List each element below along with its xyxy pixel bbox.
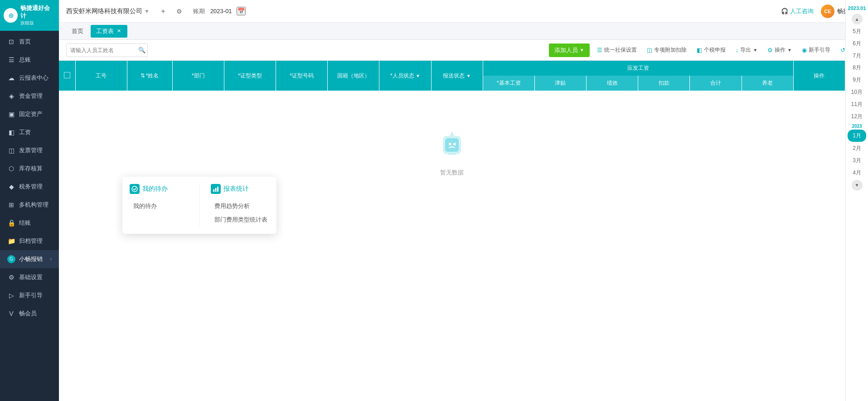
dropdown-item-cost-trend[interactable]: 费用趋势分析 [211, 199, 270, 213]
sidebar-item-tax[interactable]: ◆ 税务管理 [0, 178, 59, 196]
sidebar-item-archive[interactable]: 📁 归档管理 [0, 232, 59, 250]
special-deduction-label: 专项附加扣除 [654, 46, 687, 54]
archive-icon: 📁 [7, 237, 15, 245]
search-icon: 🔍 [138, 47, 145, 53]
th-name-label: *姓名 [146, 72, 159, 80]
th-total: 合计 [690, 76, 742, 91]
individual-tax-button[interactable]: ◧ 个税申报 [694, 44, 728, 56]
basic-icon: ⚙ [7, 274, 15, 281]
dropdown-divider [199, 184, 200, 227]
timeline-up-button[interactable]: ▲ [852, 14, 863, 24]
fund-icon: ◈ [7, 92, 15, 100]
sidebar-item-salary[interactable]: ◧ 工资 [0, 123, 59, 141]
operations-label: 操作 [775, 46, 786, 54]
export-button[interactable]: ↓ 导出 ▼ [733, 44, 760, 56]
empty-text: 暂无数据 [440, 169, 464, 177]
customer-service-button[interactable]: 🎧 人工咨询 [781, 7, 814, 15]
timeline-month-6[interactable]: 6月 [846, 38, 868, 50]
search-box: 🔍 [66, 43, 148, 57]
tab-salary[interactable]: 工资表 ✕ [91, 25, 127, 38]
th-cert-number: *证型号码 [276, 61, 328, 91]
sidebar-item-fund[interactable]: ◈ 资金管理 [0, 87, 59, 105]
app-name: 畅捷通好会计 [20, 5, 55, 20]
reports-section-title: 报表统计 [223, 185, 249, 193]
add-person-button[interactable]: 添加人员 ▼ [549, 43, 590, 57]
th-cert-type: *证型类型 [224, 61, 276, 91]
sidebar-item-member[interactable]: V 畅会员 [0, 304, 59, 323]
inventory-icon: ⬡ [7, 165, 15, 172]
timeline-month-7[interactable]: 7月 [846, 50, 868, 62]
salary-icon: ◧ [7, 129, 15, 136]
ledger-icon: ☰ [7, 56, 15, 63]
tab-bar: 首页 工资表 ✕ ✕ [59, 23, 868, 40]
sidebar-item-cloud-report[interactable]: ☁ 云报表中心 [0, 69, 59, 87]
customer-service-label: 人工咨询 [790, 7, 814, 15]
new-guide-button[interactable]: ◉ 新手引导 [799, 44, 833, 56]
tab-close-icon[interactable]: ✕ [116, 28, 122, 34]
avatar: CE [821, 5, 834, 18]
search-input[interactable] [70, 47, 138, 53]
calendar-icon[interactable]: 📅 [237, 7, 246, 15]
timeline-month-12[interactable]: 12月 [846, 111, 868, 123]
guide-icon: ▷ [7, 292, 15, 299]
timeline-month-10[interactable]: 10月 [846, 86, 868, 98]
timeline-month-9[interactable]: 9月 [846, 74, 868, 86]
sidebar-item-label: 税务管理 [19, 183, 43, 191]
th-checkbox[interactable] [59, 61, 75, 91]
timeline-down-button[interactable]: ▼ [852, 180, 863, 191]
sidebar-item-fixed-assets[interactable]: ▣ 固定资产 [0, 105, 59, 123]
operations-button[interactable]: ⚙ 操作 ▼ [765, 44, 795, 56]
closing-icon: 🔒 [7, 219, 15, 227]
sidebar-nav: ⊡ 首页 ☰ 总账 ☁ 云报表中心 ◈ 资金管理 ▣ 固定资产 ◧ 工资 ◫ 发… [0, 31, 59, 401]
th-operations: 操作 [793, 61, 845, 91]
sidebar-item-home[interactable]: ⊡ 首页 [0, 33, 59, 51]
cloud-icon: ☁ [7, 74, 15, 82]
sidebar-item-inventory[interactable]: ⬡ 库存核算 [0, 159, 59, 178]
timeline-month-1[interactable]: 1月 [848, 130, 866, 142]
sidebar-item-label: 首页 [19, 38, 31, 46]
sidebar-item-guide[interactable]: ▷ 新手引导 [0, 286, 59, 304]
sidebar-item-label: 归档管理 [19, 237, 43, 245]
timeline-month-3[interactable]: 3月 [846, 155, 868, 167]
special-deduction-button[interactable]: ◫ 专项附加扣除 [644, 44, 689, 56]
sidebar: ◎ 畅捷通好会计 旗舰版 ⊡ 首页 ☰ 总账 ☁ 云报表中心 ◈ 资金管理 ▣ … [0, 0, 59, 401]
timeline-month-5[interactable]: 5月 [846, 25, 868, 38]
th-name: ⇅ *姓名 [127, 61, 172, 91]
timeline-month-2[interactable]: 2月 [846, 142, 868, 155]
reports-section-icon [211, 184, 221, 194]
sidebar-item-closing[interactable]: 🔒 结账 [0, 214, 59, 232]
company-selector[interactable]: 西安虾米网络科技有限公司 ▼ [66, 7, 150, 15]
tab-home[interactable]: 首页 [66, 25, 89, 38]
social-insurance-button[interactable]: ☰ 统一社保设置 [594, 44, 640, 56]
sidebar-item-multi-org[interactable]: ⊞ 多机构管理 [0, 196, 59, 214]
th-person-status: *人员状态 ▼ [379, 61, 431, 91]
sidebar-item-xiaochang[interactable]: G 小畅报销 ‹ [0, 250, 59, 268]
add-company-button[interactable]: + [157, 5, 170, 18]
sidebar-item-invoice[interactable]: ◫ 发票管理 [0, 141, 59, 159]
timeline-month-4[interactable]: 4月 [846, 167, 868, 179]
sidebar-item-label: 工资 [19, 128, 31, 136]
th-job-number: 工号 [75, 61, 127, 91]
guide-toolbar-icon: ◉ [802, 47, 807, 53]
timeline-month-11[interactable]: 11月 [846, 98, 868, 111]
th-post-wage: 津贴 [534, 76, 586, 91]
multi-org-icon: ⊞ [7, 201, 15, 208]
individual-tax-label: 个税申报 [704, 46, 726, 54]
timeline-month-8[interactable]: 8月 [846, 62, 868, 74]
sidebar-item-basic[interactable]: ⚙ 基础设置 [0, 268, 59, 286]
dropdown-item-dept-cost[interactable]: 部门费用类型统计表 [211, 213, 270, 227]
th-report-status: 报送状态 ▼ [431, 61, 483, 91]
sidebar-item-ledger[interactable]: ☰ 总账 [0, 51, 59, 69]
settings-icon[interactable]: ⚙ [173, 5, 186, 18]
svg-rect-9 [217, 187, 218, 192]
sidebar-item-label: 固定资产 [19, 110, 43, 118]
sidebar-item-label: 云报表中心 [19, 74, 48, 82]
company-name: 西安虾米网络科技有限公司 [66, 7, 142, 15]
svg-point-6 [132, 186, 137, 192]
period-label: 账期 [193, 7, 205, 15]
export-arrow-icon: ▼ [753, 48, 757, 53]
operations-icon: ⚙ [767, 47, 773, 53]
dropdown-item-my-todo[interactable]: 我的待办 [130, 199, 189, 213]
dropdown-section-reports: 报表统计 费用趋势分析 部门费用类型统计表 [211, 184, 270, 227]
sidebar-item-label: 总账 [19, 56, 31, 64]
